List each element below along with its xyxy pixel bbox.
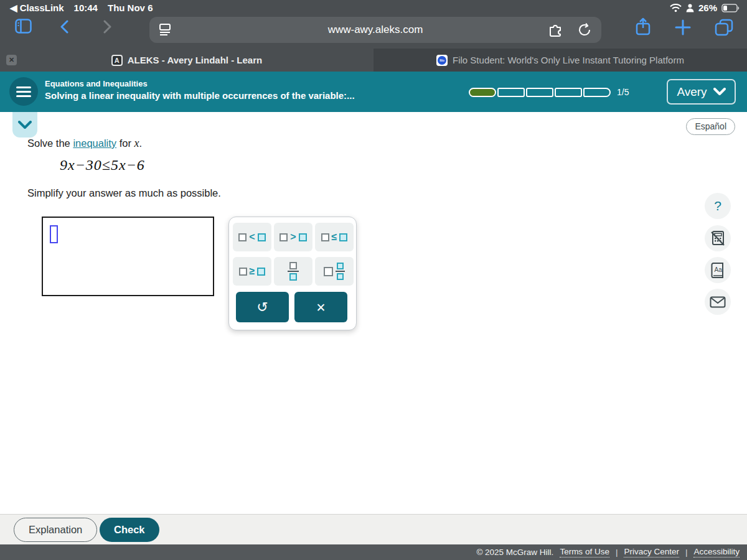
active-box-icon xyxy=(258,233,266,241)
footer-separator: | xyxy=(685,548,688,557)
lesson-title: Solving a linear inequality with multipl… xyxy=(45,90,355,101)
clear-x-icon: ✕ xyxy=(316,301,326,314)
undo-icon: ↺ xyxy=(256,299,268,315)
filo-favicon: filo xyxy=(436,55,448,66)
less-equal-operator: ≤ xyxy=(332,231,337,243)
copyright-text: © 2025 McGraw Hill. xyxy=(476,548,553,557)
progress-segment-filled xyxy=(469,88,496,97)
chevron-down-icon xyxy=(713,88,726,96)
tab-bar: ✕ A ALEKS - Avery Lindahl - Learn filo F… xyxy=(0,49,747,72)
language-toggle-button[interactable]: Español xyxy=(686,118,735,135)
active-box-icon xyxy=(299,233,307,241)
address-bar[interactable]: www-awy.aleks.com xyxy=(149,17,601,43)
help-button[interactable]: ? xyxy=(705,193,731,219)
back-icon[interactable] xyxy=(60,20,68,36)
prompt-text: . xyxy=(139,138,143,149)
aleks-header: Equations and Inequalities Solving a lin… xyxy=(0,72,747,112)
blank-box-icon xyxy=(280,233,288,241)
greater-equal-operator: ≥ xyxy=(250,266,255,277)
answer-cursor-placeholder[interactable] xyxy=(50,225,58,243)
calculator-slash-icon xyxy=(710,230,725,246)
date: Thu Nov 6 xyxy=(108,2,153,14)
dictionary-book-icon: Aa xyxy=(710,262,725,279)
blank-box-icon xyxy=(321,233,329,241)
back-to-app[interactable]: ◀ ClassLink xyxy=(10,2,64,14)
inequality-link[interactable]: inequality xyxy=(73,138,116,149)
back-app-label: ClassLink xyxy=(20,2,64,13)
greater-than-operator: > xyxy=(290,231,296,243)
wifi-icon xyxy=(670,4,682,12)
progress-segment xyxy=(497,88,525,97)
math-keypad: < > ≤ ≥ ↺ ✕ xyxy=(228,217,357,330)
mixed-number-icon xyxy=(324,263,345,280)
reload-icon[interactable] xyxy=(578,22,593,40)
keypad-greater-than-button[interactable]: > xyxy=(274,223,312,251)
prompt-text: Solve the xyxy=(27,138,73,149)
privacy-center-link[interactable]: Privacy Center xyxy=(624,547,679,558)
accessibility-link[interactable]: Accessibility xyxy=(693,547,740,558)
calculator-disabled-button[interactable] xyxy=(705,225,731,251)
progress-segment xyxy=(555,88,582,97)
prompt-text: for xyxy=(116,138,134,149)
fraction-icon xyxy=(288,262,299,281)
battery-icon xyxy=(721,4,740,12)
keypad-less-than-button[interactable]: < xyxy=(233,223,271,251)
tab-overview-icon[interactable] xyxy=(715,19,733,39)
keypad-clear-button[interactable]: ✕ xyxy=(294,292,347,322)
message-button[interactable] xyxy=(705,289,731,315)
chevron-down-icon xyxy=(18,121,32,129)
answer-input-box[interactable] xyxy=(42,217,214,296)
tab-aleks[interactable]: ✕ A ALEKS - Avery Lindahl - Learn xyxy=(0,49,374,72)
check-button[interactable]: Check xyxy=(100,518,159,542)
question-mark-icon: ? xyxy=(714,198,721,213)
bottom-action-bar: Explanation Check xyxy=(0,514,747,544)
keypad-greater-equal-button[interactable]: ≥ xyxy=(233,257,271,286)
keypad-less-equal-button[interactable]: ≤ xyxy=(315,223,354,251)
battery-percent: 26% xyxy=(698,2,717,13)
sidebar-toggle-icon[interactable] xyxy=(15,19,32,36)
extensions-puzzle-icon[interactable] xyxy=(548,22,564,40)
collapse-header-button[interactable] xyxy=(12,112,37,138)
url-text: www-awy.aleks.com xyxy=(149,24,601,36)
aleks-favicon: A xyxy=(111,55,123,66)
progress-segment xyxy=(526,88,553,97)
inequality-equation: 9x−30≤5x−6 xyxy=(60,157,145,174)
variable-x: x xyxy=(134,137,139,149)
keypad-fraction-button[interactable] xyxy=(274,257,312,286)
keypad-undo-button[interactable]: ↺ xyxy=(236,292,289,322)
keypad-mixed-number-button[interactable] xyxy=(315,257,354,286)
status-bar-right: 26% xyxy=(670,2,740,13)
forward-icon[interactable] xyxy=(103,20,112,36)
share-icon[interactable] xyxy=(634,17,652,39)
progress-segment xyxy=(583,88,611,97)
back-triangle-icon: ◀ xyxy=(10,2,17,13)
active-box-icon xyxy=(257,268,265,276)
dictionary-button[interactable]: Aa xyxy=(705,257,731,283)
tab-filo[interactable]: filo Filo Student: World's Only Live Ins… xyxy=(374,49,747,72)
tab-filo-label: Filo Student: World's Only Live Instant … xyxy=(453,55,684,65)
blank-box-icon xyxy=(238,233,247,241)
close-tab-icon[interactable]: ✕ xyxy=(6,55,17,65)
user-status-icon xyxy=(686,4,694,12)
status-bar-left: ◀ ClassLink 10:44 Thu Nov 6 xyxy=(10,2,153,14)
terms-of-use-link[interactable]: Terms of Use xyxy=(560,547,609,558)
blank-box-icon xyxy=(239,268,247,276)
simplify-instruction: Simplify your answer as much as possible… xyxy=(27,187,221,199)
footer-separator: | xyxy=(616,548,618,557)
clock: 10:44 xyxy=(74,2,98,14)
tab-aleks-label: ALEKS - Avery Lindahl - Learn xyxy=(128,55,262,65)
topic-category: Equations and Inequalities xyxy=(45,79,148,88)
explanation-button[interactable]: Explanation xyxy=(14,518,97,542)
progress-bar: 1/5 xyxy=(469,87,629,97)
user-menu-button[interactable]: Avery xyxy=(667,79,736,105)
less-than-operator: < xyxy=(249,231,255,243)
browser-chrome: ◀ ClassLink 10:44 Thu Nov 6 26% www-awy.… xyxy=(0,0,747,49)
envelope-icon xyxy=(710,296,726,308)
problem-page: Español Solve the inequality for x. 9x−3… xyxy=(0,112,747,514)
menu-hamburger-icon[interactable] xyxy=(9,77,38,106)
problem-prompt: Solve the inequality for x. xyxy=(27,137,142,150)
progress-label: 1/5 xyxy=(617,87,629,97)
new-tab-plus-icon[interactable] xyxy=(675,19,691,38)
legal-footer: © 2025 McGraw Hill. Terms of Use | Priva… xyxy=(0,544,747,560)
active-box-icon xyxy=(339,233,347,241)
